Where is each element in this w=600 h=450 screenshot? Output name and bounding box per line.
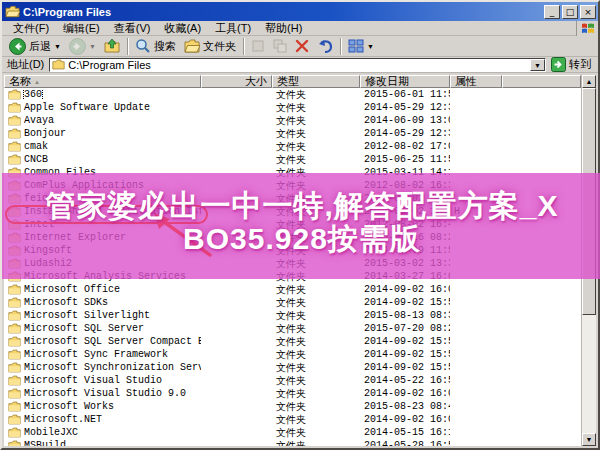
watermark-text: 管家婆必出一中一特,解答配置方案_X BO35.928按需版 (2, 189, 600, 255)
forward-icon (69, 38, 86, 55)
file-name[interactable]: Microsoft SDKs (24, 297, 108, 308)
scroll-down-icon[interactable]: ▼ (582, 433, 596, 446)
file-date: 2014-09-02 15:55 (360, 336, 450, 347)
address-dropdown-button[interactable]: ▼ (530, 59, 545, 71)
file-date: 2014-05-15 16:17 (360, 427, 450, 438)
file-name[interactable]: 360 (24, 89, 42, 100)
file-date: 2012-08-02 17:01 (360, 141, 450, 152)
menu-item-4[interactable]: 工具(T) (208, 21, 258, 35)
table-row[interactable]: Microsoft SQL Server文件夹2015-07-20 08:24 (4, 322, 581, 335)
table-row[interactable]: Microsoft Works文件夹2015-08-23 08:48 (4, 400, 581, 413)
address-input[interactable]: C:\Program Files ▼ (49, 58, 546, 72)
minimize-button[interactable]: _ (544, 5, 560, 19)
go-button[interactable]: 转到 (546, 57, 596, 73)
undo-icon (317, 39, 333, 53)
file-type: 文件夹 (272, 361, 360, 375)
table-row[interactable]: Microsoft Office文件夹2014-09-02 16:05 (4, 283, 581, 296)
table-row[interactable]: cmak文件夹2012-08-02 17:01 (4, 140, 581, 153)
table-row[interactable]: Microsoft Visual Studio 9.0文件夹2014-09-02… (4, 387, 581, 400)
file-name[interactable]: Microsoft Office (24, 284, 120, 295)
table-row[interactable]: Avaya文件夹2014-06-09 13:04 (4, 114, 581, 127)
menu-item-2[interactable]: 查看(V) (107, 21, 158, 35)
file-name[interactable]: Microsoft Visual Studio 9.0 (24, 388, 186, 399)
table-row[interactable]: 360文件夹2015-06-01 11:50 (4, 88, 581, 101)
file-name[interactable]: cmak (24, 141, 48, 152)
file-date: 2014-05-22 16:54 (360, 375, 450, 386)
file-type: 文件夹 (272, 400, 360, 414)
folder-icon (8, 336, 21, 347)
table-row[interactable]: Microsoft SQL Server Compact Edition文件夹2… (4, 335, 581, 348)
column-header-name[interactable]: 名称 ▲ (4, 75, 201, 88)
column-header-attr[interactable]: 属性 (450, 75, 502, 88)
file-name[interactable]: Bonjour (24, 128, 66, 139)
views-button[interactable]: ▼ (344, 37, 378, 56)
maximize-button[interactable]: □ (562, 5, 578, 19)
file-name[interactable]: Microsoft Synchronization Services (24, 362, 201, 373)
up-button[interactable] (100, 37, 124, 56)
column-header-type[interactable]: 类型 (272, 75, 360, 88)
menu-item-5[interactable]: 帮助(H) (258, 21, 309, 35)
table-row[interactable]: Microsoft.NET文件夹2014-09-02 16:04 (4, 413, 581, 426)
delete-button[interactable] (291, 37, 313, 56)
back-dropdown-icon[interactable]: ▼ (54, 43, 61, 50)
menu-item-3[interactable]: 收藏(A) (157, 21, 208, 35)
folders-label: 文件夹 (203, 39, 236, 54)
file-date: 2015-08-13 08:31 (360, 310, 450, 321)
file-type: 文件夹 (272, 101, 360, 115)
file-name[interactable]: Microsoft Works (24, 401, 114, 412)
watermark-overlay: 管家婆必出一中一特,解答配置方案_X BO35.928按需版 (2, 173, 600, 279)
column-header-filler (502, 75, 581, 88)
back-button[interactable]: 后退 ▼ (5, 37, 65, 56)
file-name[interactable]: CNCB (24, 154, 48, 165)
file-date: 2014-09-02 16:04 (360, 414, 450, 425)
file-name[interactable]: Microsoft Silverlight (24, 310, 150, 321)
move-to-button[interactable] (247, 37, 269, 56)
file-name[interactable]: Microsoft.NET (24, 414, 102, 425)
file-name[interactable]: MSBuild (24, 440, 66, 446)
file-date: 2015-07-20 08:24 (360, 323, 450, 334)
column-header-size[interactable]: 大小 (201, 75, 272, 88)
column-header-date[interactable]: 修改日期 (360, 75, 450, 88)
folder-icon (8, 414, 21, 425)
file-type: 文件夹 (272, 348, 360, 362)
toolbar-separator (340, 38, 341, 55)
file-type: 文件夹 (272, 439, 360, 447)
menu-item-0[interactable]: 文件(F) (6, 21, 56, 35)
table-row[interactable]: Microsoft Sync Framework文件夹2014-09-02 15… (4, 348, 581, 361)
table-row[interactable]: Bonjour文件夹2014-05-29 12:34 (4, 127, 581, 140)
forward-button[interactable]: ▼ (65, 37, 100, 56)
table-row[interactable]: Microsoft Synchronization Services文件夹201… (4, 361, 581, 374)
menu-item-1[interactable]: 编辑(E) (56, 21, 107, 35)
folder-icon (8, 388, 21, 399)
scroll-up-icon[interactable]: ▲ (582, 75, 596, 88)
table-row[interactable]: Apple Software Update文件夹2014-05-29 12:34 (4, 101, 581, 114)
table-row[interactable]: CNCB文件夹2015-06-25 11:58 (4, 153, 581, 166)
folders-button[interactable]: 文件夹 (180, 37, 240, 56)
file-date: 2014-05-28 16:55 (360, 440, 450, 446)
file-type: 文件夹 (272, 296, 360, 310)
file-date: 2014-09-02 16:05 (360, 284, 450, 295)
folder-icon (8, 375, 21, 386)
windows-logo-icon (576, 21, 598, 36)
undo-button[interactable] (313, 37, 337, 56)
file-date: 2015-06-01 11:50 (360, 89, 450, 100)
forward-dropdown-icon: ▼ (89, 43, 96, 50)
file-name[interactable]: Microsoft Sync Framework (24, 349, 168, 360)
table-row[interactable]: MSBuild文件夹2014-05-28 16:55 (4, 439, 581, 446)
search-button[interactable]: 搜索 (131, 37, 180, 56)
close-button[interactable]: × (580, 5, 596, 19)
file-name[interactable]: MobileJXC (24, 427, 78, 438)
file-name[interactable]: Apple Software Update (24, 102, 150, 113)
explorer-window: C:\Program Files _ □ × 文件(F)编辑(E)查看(V)收藏… (0, 0, 600, 450)
table-row[interactable]: Microsoft SDKs文件夹2014-09-02 15:58 (4, 296, 581, 309)
table-row[interactable]: Microsoft Visual Studio文件夹2014-05-22 16:… (4, 374, 581, 387)
file-name[interactable]: Microsoft Visual Studio (24, 375, 162, 386)
copy-to-button[interactable] (269, 37, 291, 56)
table-row[interactable]: MobileJXC文件夹2014-05-15 16:17 (4, 426, 581, 439)
views-dropdown-icon[interactable]: ▼ (367, 43, 374, 50)
file-name[interactable]: Microsoft SQL Server Compact Edition (24, 336, 201, 347)
folder-icon (8, 102, 21, 113)
table-row[interactable]: Microsoft Silverlight文件夹2015-08-13 08:31 (4, 309, 581, 322)
file-name[interactable]: Microsoft SQL Server (24, 323, 144, 334)
file-name[interactable]: Avaya (24, 115, 54, 126)
